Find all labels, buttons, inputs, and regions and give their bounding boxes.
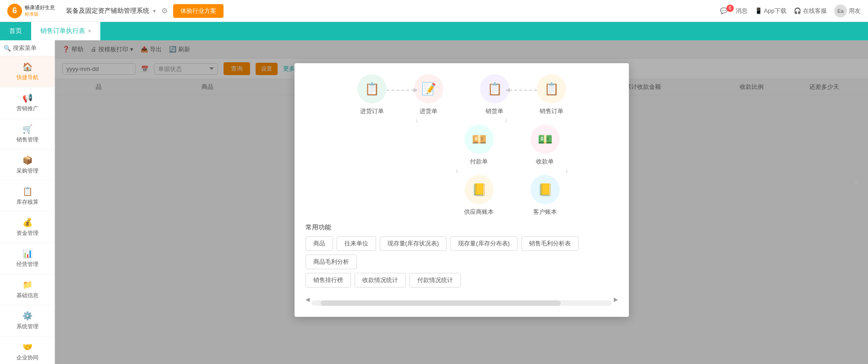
avatar-initials: Ea [837, 8, 843, 14]
receipt-icon: 💵 [538, 132, 552, 147]
purchase-order-icon: 📋 [365, 82, 379, 96]
operations-icon: 📊 [22, 249, 33, 259]
cf-title: 常用功能 [306, 223, 618, 232]
supplier-ledger-circle: 📒 [464, 175, 494, 204]
payment-icon: 💴 [472, 132, 486, 147]
sidebar-item-sales[interactable]: 🛒 销售管理 [0, 119, 55, 150]
tab-home[interactable]: 首页 [0, 22, 31, 40]
phone-icon: 📱 [755, 7, 762, 14]
sidebar-item-operations[interactable]: 📊 经营管理 [0, 243, 55, 274]
arrow-down-payment: ↓ [455, 166, 459, 175]
sales-icon: 📋 [487, 82, 502, 96]
main-layout: 🔍 搜索菜单 🏠 快捷导航 📢 营销推广 🛒 销售管理 📦 采购管理 📋 库存核… [0, 40, 868, 364]
flow-item-customer-ledger[interactable]: 📒 客户账本 [530, 175, 560, 216]
cf-btn-sales-rank[interactable]: 销售排行榜 [306, 273, 351, 288]
customer-ledger-circle: 📒 [530, 175, 560, 204]
sidebar-item-enterprise[interactable]: 🤝 企业协同 [0, 337, 55, 364]
flow-item-sales[interactable]: 📋 销货单 [480, 74, 509, 115]
sidebar-item-basic-info[interactable]: 📁 基础信息 [0, 274, 55, 305]
cf-btn-goods[interactable]: 商品 [306, 236, 333, 251]
sidebar-item-quick-nav[interactable]: 🏠 快捷导航 [0, 56, 55, 87]
cf-btn-goods-gross[interactable]: 商品毛利分析 [306, 255, 357, 269]
logo-icon: 6 [7, 4, 22, 18]
flow-row-3: 📒 供应商账本 📒 客户账本 [363, 175, 560, 216]
online-service-button[interactable]: 🎧 在线客服 [794, 7, 827, 15]
flow-item-payment[interactable]: 💴 付款单 [464, 125, 494, 166]
message-button[interactable]: 💬 6 消息 [720, 7, 748, 15]
flow-item-sales-order[interactable]: 📋 销售订单 [537, 74, 566, 115]
sales-order-circle: 📋 [537, 74, 566, 103]
sales-order-icon: 📋 [544, 82, 559, 96]
tab-close-icon[interactable]: × [88, 28, 91, 34]
flow-item-purchase[interactable]: 📝 进货单 [414, 74, 443, 115]
cf-btn-partner[interactable]: 往来单位 [337, 236, 376, 251]
search-icon: 🔍 [4, 45, 11, 52]
arrow-so-to-s: ◀ [509, 90, 537, 100]
flow-item-receipt[interactable]: 💵 收款单 [530, 125, 560, 166]
home-icon: 🏠 [22, 62, 33, 72]
app-download-button[interactable]: 📱 App下载 [755, 7, 786, 15]
content-area: ❓ 帮助 🖨 按模板打印 ▾ 📤 导出 🔄 刷新 📅 单据状态 [55, 40, 868, 364]
tab-sales-order[interactable]: 销售订单执行表 × [31, 22, 100, 40]
headset-icon: 🎧 [794, 7, 801, 14]
sales-circle: 📋 [480, 74, 509, 103]
header-right: 💬 6 消息 📱 App下载 🎧 在线客服 Ea 用友 [720, 5, 861, 17]
system-title-area: 装备及固定资产辅助管理系统 ▾ ⚙ [66, 6, 168, 15]
nav-tabs: 首页 销售订单执行表 × × [0, 22, 868, 40]
purchase-icon: 📦 [22, 155, 33, 165]
logo-text: 畅康通好生意 标准版 [25, 4, 55, 17]
arrow-down-sales: ↓ [504, 115, 508, 125]
top-header: 6 畅康通好生意 标准版 装备及固定资产辅助管理系统 ▾ ⚙ 体验行业方案 💬 … [0, 0, 868, 22]
cf-btn-payment-stats[interactable]: 付款情况统计 [409, 273, 461, 288]
system-icon: ⚙️ [22, 311, 33, 321]
customer-ledger-icon: 📒 [538, 183, 552, 197]
message-badge: 6 [726, 5, 734, 12]
sidebar-item-purchase[interactable]: 📦 采购管理 [0, 150, 55, 181]
basic-info-icon: 📁 [22, 280, 33, 290]
flow-diagram: 📋 进货订单 ▶ 📝 进货单 [306, 74, 618, 216]
cf-btn-stock-dist[interactable]: 现存量(库存分布表) [450, 236, 518, 251]
sales-icon: 🛒 [22, 124, 33, 134]
arrow-down-receipt: ↓ [565, 166, 568, 175]
inventory-icon: 📋 [22, 186, 33, 196]
modal-scrollbar-area: ◀ ▶ [306, 293, 618, 306]
cf-buttons-row2: 销售排行榜 收款情况统计 付款情况统计 [306, 273, 618, 288]
user-menu[interactable]: Ea 用友 [834, 5, 861, 17]
marketing-icon: 📢 [22, 93, 33, 103]
cf-btn-sales-gross[interactable]: 销售毛利分析表 [521, 236, 579, 251]
sidebar-item-system[interactable]: ⚙️ 系统管理 [0, 305, 55, 337]
payment-circle: 💴 [464, 125, 494, 154]
finance-icon: 💰 [22, 217, 33, 228]
modal-scrollbar[interactable] [311, 300, 612, 306]
quick-nav-modal: 📋 进货订单 ▶ 📝 进货单 [295, 63, 629, 317]
sidebar-search[interactable]: 🔍 搜索菜单 [0, 40, 55, 56]
system-title: 装备及固定资产辅助管理系统 [66, 7, 149, 15]
purchase-circle: 📝 [414, 74, 443, 103]
sidebar-item-marketing[interactable]: 📢 营销推广 [0, 87, 55, 119]
supplier-ledger-icon: 📒 [472, 183, 486, 197]
settings-icon[interactable]: ⚙ [161, 6, 168, 15]
scroll-right-icon[interactable]: ▶ [614, 296, 618, 303]
receipt-circle: 💵 [530, 125, 560, 154]
flow-item-purchase-order[interactable]: 📋 进货订单 [357, 74, 387, 115]
cf-btn-stock-status[interactable]: 现存量(库存状况表) [380, 236, 447, 251]
scrollbar-thumb [321, 300, 561, 306]
scroll-left-icon[interactable]: ◀ [306, 296, 310, 303]
trial-button[interactable]: 体验行业方案 [173, 4, 224, 18]
sidebar-item-inventory[interactable]: 📋 库存核算 [0, 181, 55, 212]
common-functions: 常用功能 商品 往来单位 现存量(库存状况表) 现存量(库存分布表) 销售毛利分… [306, 223, 618, 288]
sidebar-item-finance[interactable]: 💰 资金管理 [0, 212, 55, 243]
sidebar: 🔍 搜索菜单 🏠 快捷导航 📢 营销推广 🛒 销售管理 📦 采购管理 📋 库存核… [0, 40, 55, 364]
purchase-icon: 📝 [421, 82, 436, 96]
logo-area: 6 畅康通好生意 标准版 [7, 4, 62, 18]
flow-item-supplier-ledger[interactable]: 📒 供应商账本 [464, 175, 494, 216]
dropdown-arrow-icon[interactable]: ▾ [153, 8, 156, 14]
purchase-order-circle: 📋 [357, 74, 387, 103]
flow-row-2: 💴 付款单 💵 收款单 [364, 125, 560, 166]
avatar: Ea [834, 5, 847, 17]
enterprise-icon: 🤝 [22, 342, 33, 352]
cf-btn-receipt-stats[interactable]: 收款情况统计 [355, 273, 406, 288]
cf-buttons: 商品 往来单位 现存量(库存状况表) 现存量(库存分布表) 销售毛利分析表 商品… [306, 236, 618, 269]
arrow-po-to-pr: ▶ [387, 90, 414, 100]
arrow-down-purchase: ↓ [415, 115, 419, 125]
